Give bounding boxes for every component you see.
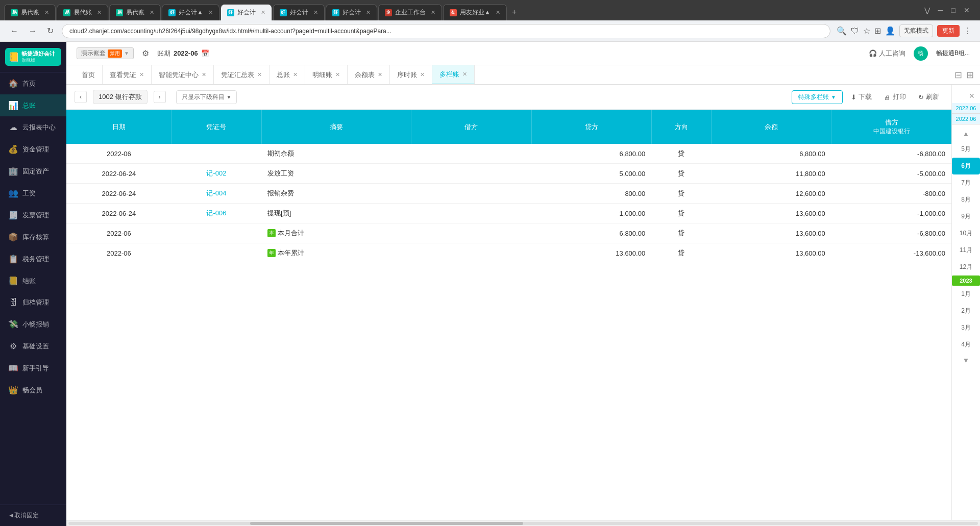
tab-journal[interactable]: 序时账 ✕ (390, 65, 432, 85)
month-item-apr2023[interactable]: 4月 (952, 336, 980, 353)
tab-close-9[interactable]: ✕ (496, 9, 500, 16)
sidebar-item-ledger[interactable]: 📊 总账 (0, 94, 66, 116)
month-item-oct[interactable]: 10月 (952, 225, 980, 242)
tab-detail-ledger[interactable]: 明细账 ✕ (305, 65, 348, 85)
browser-tab-9[interactable]: 友 用友好业▲ ✕ (443, 4, 507, 20)
tab-close-8[interactable]: ✕ (431, 9, 435, 16)
tab-balance-close[interactable]: ✕ (378, 71, 382, 78)
next-account-button[interactable]: › (154, 91, 166, 103)
tab-voucher-summary-close[interactable]: ✕ (257, 71, 262, 78)
scroll-bar-area[interactable] (66, 520, 980, 526)
tab-journal-close[interactable]: ✕ (420, 71, 425, 78)
tab-smart-voucher-close[interactable]: ✕ (202, 71, 206, 78)
close-window-button[interactable]: ✕ (962, 4, 972, 16)
address-input[interactable] (62, 24, 830, 38)
menu-icon[interactable]: ⋮ (964, 26, 972, 36)
scroll-thumb[interactable] (250, 522, 523, 525)
tab-close-1[interactable]: ✕ (44, 9, 49, 16)
browser-tab-2[interactable]: 易 易代账 ✕ (57, 4, 108, 20)
tab-multi-col[interactable]: 多栏账 ✕ (432, 65, 475, 85)
tab-close-5[interactable]: ✕ (261, 9, 265, 16)
user-avatar[interactable]: 畅 (914, 46, 928, 61)
close-panel-button[interactable]: ✕ (966, 89, 978, 103)
sidebar-item-reports[interactable]: ☁ 云报表中心 (0, 116, 66, 138)
scroll-track[interactable] (68, 522, 978, 525)
search-icon[interactable]: 🔍 (837, 26, 847, 36)
voucher-link[interactable]: 记-002 (206, 169, 226, 177)
voucher-link[interactable]: 记-004 (206, 189, 226, 197)
month-item-jan2023[interactable]: 1月 (952, 286, 980, 303)
tab-home[interactable]: 首页 (75, 65, 103, 85)
maximize-button[interactable]: □ (949, 4, 958, 16)
sidebar-item-funds[interactable]: 💰 资金管理 (0, 138, 66, 160)
filter-dropdown[interactable]: 只显示下级科目 ▼ (176, 90, 237, 104)
tab-voucher-close[interactable]: ✕ (139, 71, 144, 78)
browser-tab-1[interactable]: 易 易代账 ✕ (4, 4, 56, 20)
tab-close-2[interactable]: ✕ (97, 9, 102, 16)
month-item-may[interactable]: 5月 (952, 141, 980, 158)
month-item-jun[interactable]: 6月 (952, 158, 980, 174)
sidebar-item-inventory[interactable]: 📦 库存核算 (0, 226, 66, 248)
sidebar-item-guide[interactable]: 📖 新手引导 (0, 357, 66, 379)
browser-tab-7[interactable]: 好 好会计 ✕ (326, 4, 377, 20)
voucher-link[interactable]: 记-006 (206, 209, 226, 217)
tab-general-ledger-close[interactable]: ✕ (293, 71, 298, 78)
tab-list-button[interactable]: ⋁ (922, 4, 932, 16)
month-item-dec[interactable]: 12月 (952, 259, 980, 275)
consultant-button[interactable]: 🎧 人工咨询 (869, 49, 905, 58)
month-item-nov[interactable]: 11月 (952, 242, 980, 259)
tab-smart-voucher[interactable]: 智能凭证中心 ✕ (152, 65, 214, 85)
unpin-button[interactable]: ◄取消固定 (8, 511, 58, 520)
account-selector[interactable]: 1002 银行存款 (93, 90, 148, 104)
multi-col-button[interactable]: 特殊多栏账 ▼ (792, 90, 843, 104)
minimize-button[interactable]: ─ (936, 4, 945, 16)
month-item-sep[interactable]: 9月 (952, 208, 980, 225)
maximize-panel-icon[interactable]: ⊞ (966, 69, 974, 81)
tab-close-7[interactable]: ✕ (366, 9, 371, 16)
tab-balance[interactable]: 余额表 ✕ (348, 65, 390, 85)
month-item-mar2023[interactable]: 3月 (952, 319, 980, 336)
print-button[interactable]: 🖨 打印 (880, 90, 910, 104)
tab-voucher[interactable]: 查看凭证 ✕ (103, 65, 152, 85)
prev-account-button[interactable]: ‹ (75, 91, 87, 103)
sidebar-item-expense[interactable]: 💸 小畅报销 (0, 313, 66, 335)
demo-dropdown-icon[interactable]: ▼ (124, 51, 129, 56)
sidebar-item-payroll[interactable]: 👥 工资 (0, 182, 66, 204)
browser-tab-5[interactable]: 好 好会计 ✕ (220, 4, 272, 20)
sidebar-item-tax[interactable]: 📋 税务管理 (0, 248, 66, 270)
sidebar-item-archive[interactable]: 🗄 归档管理 (0, 292, 66, 313)
tab-close-6[interactable]: ✕ (313, 9, 318, 16)
calendar-icon[interactable]: 📅 (201, 49, 209, 57)
new-tab-button[interactable]: + (508, 4, 521, 20)
gear-icon[interactable]: ⚙ (142, 48, 149, 58)
back-button[interactable]: ← (8, 24, 20, 38)
sidebar-item-home[interactable]: 🏠 首页 (0, 72, 66, 94)
sidebar-item-assets[interactable]: 🏢 固定资产 (0, 160, 66, 182)
sidebar-item-member[interactable]: 👑 畅会员 (0, 379, 66, 401)
sidebar-item-invoice[interactable]: 🧾 发票管理 (0, 204, 66, 226)
month-item-feb2023[interactable]: 2月 (952, 303, 980, 319)
star-icon[interactable]: ☆ (863, 26, 870, 36)
reload-button[interactable]: ↻ (45, 24, 56, 38)
tab-multi-col-close[interactable]: ✕ (462, 71, 467, 78)
refresh-button[interactable]: ↻ 刷新 (914, 90, 943, 104)
layout-icon[interactable]: ⊞ (874, 26, 881, 36)
tab-general-ledger[interactable]: 总账 ✕ (270, 65, 305, 85)
browser-tab-8[interactable]: 企 企业工作台 ✕ (378, 4, 442, 20)
tab-detail-ledger-close[interactable]: ✕ (335, 71, 340, 78)
tab-voucher-summary[interactable]: 凭证汇总表 ✕ (214, 65, 270, 85)
browser-tab-3[interactable]: 易 易代账 ✕ (109, 4, 161, 20)
incognito-button[interactable]: 无痕模式 (899, 24, 933, 37)
browser-tab-4[interactable]: 好 好会计▲ ✕ (162, 4, 219, 20)
month-item-jul[interactable]: 7月 (952, 174, 980, 191)
month-scroll-down-button[interactable]: ▼ (960, 353, 973, 367)
month-scroll-up-button[interactable]: ▲ (960, 127, 973, 141)
profile-icon[interactable]: 👤 (885, 26, 895, 36)
month-item-aug[interactable]: 8月 (952, 191, 980, 208)
tab-close-4[interactable]: ✕ (208, 9, 213, 16)
update-button[interactable]: 更新 (937, 25, 960, 37)
sidebar-item-settings[interactable]: ⚙ 基础设置 (0, 335, 66, 357)
tab-close-3[interactable]: ✕ (150, 9, 154, 16)
download-button[interactable]: ⬇ 下载 (847, 90, 876, 104)
sidebar-item-close[interactable]: 📒 结账 (0, 270, 66, 292)
